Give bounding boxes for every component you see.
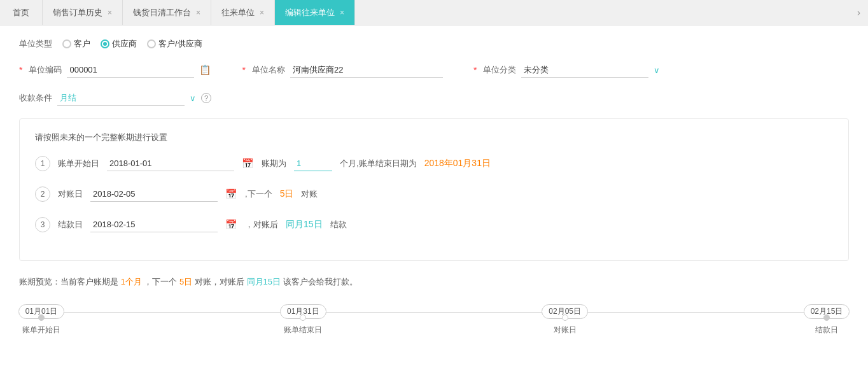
step-3-prefix: ，对账后 — [245, 219, 278, 230]
preview-text: 账期预览：当前客户账期是 1个月 ，下一个 5日 对账，对账后 同月15日 该客… — [19, 276, 849, 288]
step-1-mid-text: 账期为 — [262, 158, 286, 169]
step-3-suffix: 结款 — [330, 219, 347, 230]
preview-label: 账期预览：当前客户账期是 — [19, 277, 118, 286]
step-1-label: 账单开始日 — [58, 158, 99, 169]
step-2-num: 2 — [35, 186, 50, 202]
unit-category-label: 单位分类 — [483, 64, 516, 76]
radio-circle-customer — [62, 39, 71, 48]
unit-type-radio-group: 客户 供应商 客户/供应商 — [62, 38, 202, 50]
section-instruction: 请按照未来的一个完整帐期进行设置 — [35, 132, 833, 143]
step-1-num: 1 — [35, 156, 50, 171]
step-1-suffix: 个月,账单结束日期为 — [340, 158, 417, 169]
step-3-num: 3 — [35, 217, 50, 232]
payment-terms-dropdown-icon[interactable]: ∨ — [190, 94, 196, 103]
unit-name-group: * 单位名称 — [242, 62, 442, 78]
timeline-dot-3 — [562, 314, 568, 321]
step-3-label: 结款日 — [58, 219, 83, 230]
tab-close-partner[interactable]: × — [260, 8, 264, 17]
tab-close-edit-partner[interactable]: × — [340, 8, 344, 17]
step-3-date-input[interactable] — [90, 217, 218, 232]
tab-close-sales[interactable]: × — [108, 8, 112, 17]
timeline-dot-4 — [823, 314, 830, 321]
step-1-date-input[interactable] — [107, 156, 234, 171]
help-icon[interactable]: ? — [201, 93, 211, 103]
radio-both[interactable]: 客户/供应商 — [147, 38, 202, 50]
payment-terms-label: 收款条件 — [19, 92, 52, 104]
step-3-row: 3 结款日 📅 ，对账后 同月15日 结款 — [35, 217, 833, 232]
payment-terms-input[interactable] — [57, 90, 185, 106]
unit-category-group: * 单位分类 ∨ — [473, 62, 660, 78]
timeline-dot-2 — [300, 314, 306, 321]
timeline-node-4: 02月15日 结款日 — [823, 309, 849, 321]
step-2-prefix: ,下一个 — [245, 188, 272, 200]
preview-mid2: 对账，对账后 — [195, 277, 244, 286]
timeline-dot-1 — [38, 314, 45, 321]
unit-name-input[interactable] — [290, 62, 443, 78]
tab-edit-partner-unit[interactable]: 编辑往来单位 × — [275, 0, 355, 25]
preview-mid1: ，下一个 — [144, 277, 177, 286]
unit-type-label: 单位类型 — [19, 38, 52, 50]
unit-name-label: 单位名称 — [252, 64, 285, 76]
step-2-row: 2 对账日 📅 ,下一个 5日 对账 — [35, 186, 833, 202]
step-1-calendar-icon[interactable]: 📅 — [242, 158, 254, 169]
preview-end: 该客户会给我打款。 — [283, 277, 358, 286]
step-2-label: 对账日 — [58, 188, 83, 200]
preview-part3: 同月15日 — [247, 277, 281, 286]
timeline-label-2: 账单结束日 — [284, 325, 322, 335]
preview-part2: 5日 — [179, 277, 192, 286]
unit-code-group: * 单位编码 📋 — [19, 62, 211, 78]
unit-category-dropdown-icon[interactable]: ∨ — [654, 66, 660, 75]
payment-terms-row: 收款条件 ∨ ? — [19, 90, 849, 106]
unit-category-input[interactable] — [521, 62, 648, 78]
preview-part1: 1个月 — [121, 277, 142, 286]
period-settings-box: 请按照未来的一个完整帐期进行设置 1 账单开始日 📅 账期为 个月,账单结束日期… — [19, 118, 849, 261]
tab-partner-unit[interactable]: 往来单位 × — [211, 0, 275, 25]
step-1-period-input[interactable] — [294, 156, 332, 171]
radio-circle-both — [147, 39, 156, 48]
unit-type-row: 单位类型 客户 供应商 客户/供应商 — [19, 38, 849, 50]
step-1-row: 1 账单开始日 📅 账期为 个月,账单结束日期为 2018年01月31日 — [35, 156, 833, 171]
tab-expand-button[interactable]: › — [850, 7, 868, 18]
step-1-highlight: 2018年01月31日 — [424, 158, 491, 169]
timeline-label-3: 对账日 — [554, 325, 577, 335]
timeline-node-3: 02月05日 对账日 — [562, 309, 568, 321]
timeline-node-1: 01月01日 账单开始日 — [19, 309, 45, 321]
radio-customer[interactable]: 客户 — [62, 38, 90, 50]
step-2-calendar-icon[interactable]: 📅 — [225, 188, 237, 200]
tab-sales-order-history[interactable]: 销售订单历史 × — [43, 0, 123, 25]
step-2-date-input[interactable] — [90, 186, 218, 202]
main-content: 单位类型 客户 供应商 客户/供应商 * 单位编码 📋 * 单位名称 — [0, 25, 868, 387]
step-3-calendar-icon[interactable]: 📅 — [225, 219, 237, 230]
step-2-highlight: 5日 — [280, 188, 294, 200]
timeline-node-2: 01月31日 账单结束日 — [300, 309, 306, 321]
step-2-suffix: 对账 — [301, 188, 318, 200]
timeline-label-1: 账单开始日 — [22, 325, 60, 335]
radio-supplier[interactable]: 供应商 — [101, 38, 137, 50]
timeline: 01月01日 账单开始日 01月31日 账单结束日 02月05日 对账日 02月… — [19, 303, 849, 340]
preview-section: 账期预览：当前客户账期是 1个月 ，下一个 5日 对账，对账后 同月15日 该客… — [19, 267, 849, 340]
unit-code-icon[interactable]: 📋 — [199, 64, 211, 76]
tab-bar: 首页 销售订单历史 × 钱货日清工作台 × 往来单位 × 编辑往来单位 × › — [0, 0, 868, 25]
step-3-highlight: 同月15日 — [286, 219, 323, 230]
tab-close-cashflow[interactable]: × — [196, 8, 200, 17]
tab-home[interactable]: 首页 — [0, 0, 43, 25]
tab-cashflow-workbench[interactable]: 钱货日清工作台 × — [123, 0, 211, 25]
timeline-nodes: 01月01日 账单开始日 01月31日 账单结束日 02月05日 对账日 02月… — [19, 309, 849, 321]
unit-code-input[interactable] — [67, 62, 194, 78]
radio-circle-supplier — [101, 39, 109, 48]
timeline-label-4: 结款日 — [815, 325, 838, 335]
unit-code-label: 单位编码 — [29, 64, 62, 76]
unit-info-row: * 单位编码 📋 * 单位名称 * 单位分类 ∨ — [19, 62, 849, 78]
